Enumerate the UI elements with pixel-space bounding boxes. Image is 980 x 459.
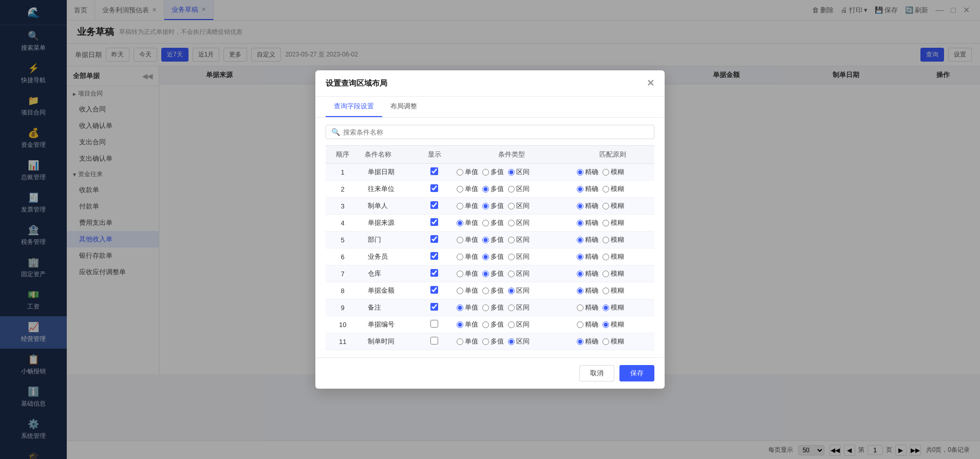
save-button[interactable]: 保存 [619, 365, 654, 381]
cond-single[interactable]: 单值 [457, 167, 478, 177]
dialog: 设置查询区域布局 ✕ 查询字段设置 布局调整 🔍 顺序 条件名称 显示 [315, 70, 665, 389]
row-display[interactable] [418, 282, 451, 299]
match-exact[interactable]: 精确 [577, 184, 598, 194]
row-display[interactable] [418, 248, 451, 265]
cond-multi[interactable]: 多值 [482, 201, 504, 211]
cond-range[interactable]: 区间 [508, 218, 530, 227]
row-display[interactable] [418, 265, 451, 282]
cond-multi[interactable]: 多值 [482, 286, 504, 295]
row-display[interactable] [418, 333, 451, 350]
cancel-button[interactable]: 取消 [579, 365, 614, 381]
row-name: 单据金额 [360, 282, 417, 299]
cond-multi[interactable]: 多值 [482, 235, 504, 244]
search-input[interactable] [343, 128, 456, 136]
row-display[interactable] [418, 215, 451, 232]
row-display[interactable] [418, 316, 451, 333]
cond-range[interactable]: 区间 [508, 167, 530, 177]
cond-multi[interactable]: 多值 [482, 252, 504, 261]
cond-range[interactable]: 区间 [508, 184, 530, 194]
cond-single[interactable]: 单值 [457, 303, 478, 312]
cond-range[interactable]: 区间 [508, 201, 530, 211]
display-checkbox[interactable] [430, 201, 438, 209]
match-exact[interactable]: 精确 [577, 235, 598, 244]
cond-single[interactable]: 单值 [457, 218, 478, 227]
display-checkbox[interactable] [430, 269, 438, 277]
cond-range[interactable]: 区间 [508, 320, 530, 329]
row-cond-type: 单值多值区间 [451, 299, 572, 316]
match-exact[interactable]: 精确 [577, 252, 598, 261]
display-checkbox[interactable] [430, 218, 438, 226]
row-cond-type: 单值多值区间 [451, 333, 572, 350]
display-checkbox[interactable] [430, 337, 438, 345]
cond-multi[interactable]: 多值 [482, 167, 504, 177]
cond-single[interactable]: 单值 [457, 320, 478, 329]
match-fuzzy[interactable]: 模糊 [602, 184, 624, 194]
cond-range[interactable]: 区间 [508, 303, 530, 312]
match-fuzzy[interactable]: 模糊 [602, 167, 624, 177]
cond-multi[interactable]: 多值 [482, 303, 504, 312]
display-checkbox[interactable] [430, 320, 438, 328]
display-checkbox[interactable] [430, 184, 438, 192]
match-fuzzy[interactable]: 模糊 [602, 337, 624, 346]
row-name: 单据来源 [360, 215, 417, 232]
row-match: 精确模糊 [572, 282, 654, 299]
display-checkbox[interactable] [430, 235, 438, 243]
match-fuzzy[interactable]: 模糊 [602, 201, 624, 211]
match-fuzzy[interactable]: 模糊 [602, 320, 624, 329]
row-order: 5 [326, 232, 360, 248]
cond-range[interactable]: 区间 [508, 235, 530, 244]
row-display[interactable] [418, 232, 451, 248]
cond-single[interactable]: 单值 [457, 269, 478, 278]
match-exact[interactable]: 精确 [577, 218, 598, 227]
row-display[interactable] [418, 164, 451, 181]
match-fuzzy[interactable]: 模糊 [602, 286, 624, 295]
match-exact[interactable]: 精确 [577, 303, 598, 312]
cond-single[interactable]: 单值 [457, 286, 478, 295]
row-match: 精确模糊 [572, 299, 654, 316]
match-fuzzy[interactable]: 模糊 [602, 252, 624, 261]
match-exact[interactable]: 精确 [577, 337, 598, 346]
cond-multi[interactable]: 多值 [482, 337, 504, 346]
match-exact[interactable]: 精确 [577, 201, 598, 211]
display-checkbox[interactable] [430, 286, 438, 294]
row-name: 业务员 [360, 248, 417, 265]
match-exact[interactable]: 精确 [577, 320, 598, 329]
match-fuzzy[interactable]: 模糊 [602, 303, 624, 312]
match-fuzzy[interactable]: 模糊 [602, 235, 624, 244]
cond-multi[interactable]: 多值 [482, 320, 504, 329]
row-display[interactable] [418, 198, 451, 215]
row-match: 精确模糊 [572, 198, 654, 215]
match-fuzzy[interactable]: 模糊 [602, 218, 624, 227]
row-display[interactable] [418, 299, 451, 316]
row-display[interactable] [418, 181, 451, 198]
cond-range[interactable]: 区间 [508, 286, 530, 295]
cond-multi[interactable]: 多值 [482, 218, 504, 227]
dialog-close-button[interactable]: ✕ [647, 78, 654, 89]
cond-range[interactable]: 区间 [508, 252, 530, 261]
display-checkbox[interactable] [430, 252, 438, 260]
row-order: 7 [326, 265, 360, 282]
cond-single[interactable]: 单值 [457, 252, 478, 261]
cond-single[interactable]: 单值 [457, 337, 478, 346]
row-order: 1 [326, 164, 360, 181]
col-cond-name: 条件名称 [360, 146, 417, 164]
cond-multi[interactable]: 多值 [482, 269, 504, 278]
cond-single[interactable]: 单值 [457, 184, 478, 194]
row-cond-type: 单值多值区间 [451, 316, 572, 333]
match-exact[interactable]: 精确 [577, 167, 598, 177]
tab-query-fields[interactable]: 查询字段设置 [326, 97, 382, 117]
cond-single[interactable]: 单值 [457, 235, 478, 244]
match-exact[interactable]: 精确 [577, 269, 598, 278]
cond-range[interactable]: 区间 [508, 337, 530, 346]
tab-layout[interactable]: 布局调整 [382, 97, 425, 117]
match-fuzzy[interactable]: 模糊 [602, 269, 624, 278]
cond-single[interactable]: 单值 [457, 201, 478, 211]
cond-range[interactable]: 区间 [508, 269, 530, 278]
query-table: 顺序 条件名称 显示 条件类型 匹配原则 1单据日期单值多值区间精确模糊2往来单… [326, 145, 654, 350]
display-checkbox[interactable] [430, 303, 438, 311]
match-exact[interactable]: 精确 [577, 286, 598, 295]
cond-multi[interactable]: 多值 [482, 184, 504, 194]
row-cond-type: 单值多值区间 [451, 215, 572, 232]
row-match: 精确模糊 [572, 164, 654, 181]
display-checkbox[interactable] [430, 167, 438, 175]
